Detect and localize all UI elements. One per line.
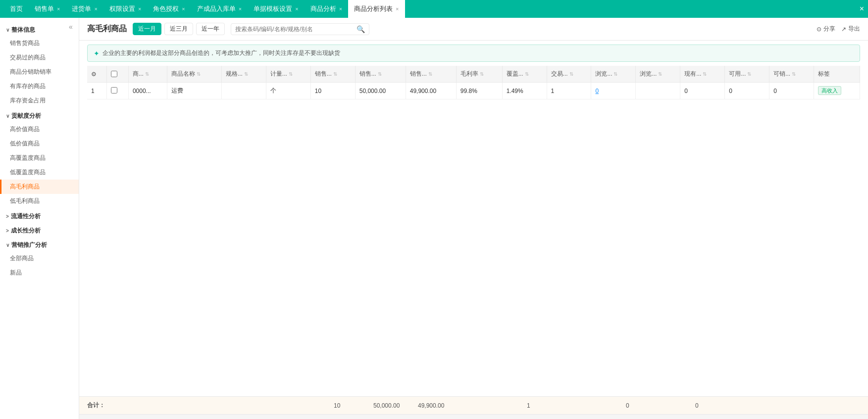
col-header-cover[interactable]: 覆盖...⇅ <box>502 66 547 83</box>
cell-available: 0 <box>725 83 769 99</box>
row-checkbox[interactable] <box>111 87 117 93</box>
sort-icon[interactable]: ⇅ <box>197 71 201 77</box>
browse-link[interactable]: 0 <box>595 88 599 94</box>
sidebar-item-高价值商品[interactable]: 高价值商品 <box>0 122 79 137</box>
sort-icon[interactable]: ⇅ <box>525 71 529 77</box>
sidebar-item-有库存的商品[interactable]: 有库存的商品 <box>0 79 79 93</box>
sidebar-item-新品[interactable]: 新品 <box>0 266 79 280</box>
nav-item-进货单[interactable]: 进货单 × <box>66 0 103 18</box>
sidebar-item-交易过的商品[interactable]: 交易过的商品 <box>0 50 79 65</box>
nav-item-首页[interactable]: 首页 <box>4 0 29 18</box>
sort-icon[interactable]: ⇅ <box>145 71 149 77</box>
cell-gross_rate: 99.8% <box>456 83 502 99</box>
header-actions: ⊙ 分享 ↗ 导出 <box>817 25 860 33</box>
nav-item-商品分析[interactable]: 商品分析 × <box>305 0 348 18</box>
nav-item-角色授权[interactable]: 角色授权 × <box>147 0 191 18</box>
sort-icon[interactable]: ⇅ <box>569 71 573 77</box>
nav-close-icon[interactable]: × <box>339 6 342 12</box>
col-header-code[interactable]: 商...⇅ <box>128 66 167 83</box>
filter-btn-近一月[interactable]: 近一月 <box>133 23 161 35</box>
sidebar-item-低覆盖度商品[interactable]: 低覆盖度商品 <box>0 165 79 180</box>
sort-icon[interactable]: ⇅ <box>703 71 707 77</box>
filter-btn-近三月[interactable]: 近三月 <box>164 23 193 35</box>
cell-index: 1 <box>87 83 107 99</box>
nav-close-icon[interactable]: × <box>138 6 141 12</box>
sort-icon[interactable]: ⇅ <box>333 71 337 77</box>
col-header-available[interactable]: 可用...⇅ <box>725 66 769 83</box>
nav-item-商品分析列表[interactable]: 商品分析列表 × <box>348 0 405 18</box>
nav-close-icon[interactable]: × <box>295 6 298 12</box>
col-header-sales_cost[interactable]: 销售...⇅ <box>406 66 456 83</box>
window-close-button[interactable]: × <box>860 4 864 13</box>
sort-icon[interactable]: ⇅ <box>480 71 484 77</box>
nav-close-icon[interactable]: × <box>182 6 185 12</box>
sidebar-group-营销推广分析[interactable]: ∨营销推广分析 <box>0 237 79 251</box>
settings-icon[interactable]: ⚙ <box>91 71 97 78</box>
sidebar-group-贡献度分析[interactable]: ∨贡献度分析 <box>0 108 79 122</box>
bottom-scrollbar[interactable] <box>79 414 868 419</box>
table-footer: 合计： 1050,000.0049,900.00100 <box>79 396 868 414</box>
sidebar-group-arrow: ∨ <box>6 113 9 119</box>
col-header-spec[interactable]: 规格...⇅ <box>221 66 266 83</box>
col-label: 毛利率 <box>460 70 478 78</box>
sort-icon[interactable]: ⇅ <box>378 71 382 77</box>
col-label: 浏览... <box>595 70 612 78</box>
share-button[interactable]: ⊙ 分享 <box>817 25 835 33</box>
search-box[interactable]: 🔍 <box>231 23 369 35</box>
col-header-browse2[interactable]: 浏览...⇅ <box>636 66 680 83</box>
col-header-gross_rate[interactable]: 毛利率⇅ <box>456 66 502 83</box>
col-label: 销售... <box>315 70 332 78</box>
col-header-checkbox <box>107 66 129 83</box>
search-icon[interactable]: 🔍 <box>357 25 365 33</box>
footer-cell-sales_amount: 50,000.00 <box>369 402 414 409</box>
export-button[interactable]: ↗ 导出 <box>841 25 860 33</box>
footer-cell-browse1 <box>553 402 587 409</box>
col-header-saleable[interactable]: 可销...⇅ <box>769 66 814 83</box>
col-header-unit[interactable]: 计量...⇅ <box>266 66 310 83</box>
sidebar-group-label: 营销推广分析 <box>11 241 47 249</box>
nav-close-icon[interactable]: × <box>57 6 60 12</box>
nav-close-icon[interactable]: × <box>239 6 242 12</box>
col-header-sales_amount[interactable]: 销售...⇅ <box>355 66 406 83</box>
sort-icon[interactable]: ⇅ <box>747 71 751 77</box>
footer-cell-saleable: 0 <box>691 402 726 409</box>
search-input[interactable] <box>235 26 357 33</box>
filter-btn-近一年[interactable]: 近一年 <box>196 23 225 35</box>
footer-cell-unit <box>300 402 330 409</box>
sort-icon[interactable]: ⇅ <box>428 71 432 77</box>
col-header-sales_qty[interactable]: 销售...⇅ <box>310 66 355 83</box>
sort-icon[interactable]: ⇅ <box>289 71 293 77</box>
sidebar-collapse-button[interactable]: « <box>66 22 76 32</box>
col-header-browse1[interactable]: 浏览...⇅ <box>591 66 636 83</box>
sidebar-item-高毛利商品[interactable]: 高毛利商品 <box>0 180 79 194</box>
nav-item-单据模板设置[interactable]: 单据模板设置 × <box>248 0 304 18</box>
nav-close-icon[interactable]: × <box>396 6 399 12</box>
sidebar-group-流通性分析[interactable]: >流通性分析 <box>0 208 79 223</box>
content-header: 高毛利商品 近一月近三月近一年 🔍 ⊙ 分享 ↗ 导出 <box>79 18 868 41</box>
sort-icon[interactable]: ⇅ <box>613 71 617 77</box>
sort-icon[interactable]: ⇅ <box>792 71 796 77</box>
tag-badge: 高收入 <box>818 86 841 95</box>
sidebar-item-库存资金占用[interactable]: 库存资金占用 <box>0 93 79 108</box>
nav-item-权限设置[interactable]: 权限设置 × <box>103 0 147 18</box>
col-header-name[interactable]: 商品名称⇅ <box>167 66 221 83</box>
sidebar-item-低价值商品[interactable]: 低价值商品 <box>0 137 79 151</box>
sidebar-item-商品分销助销率[interactable]: 商品分销助销率 <box>0 65 79 79</box>
sort-icon[interactable]: ⇅ <box>244 71 248 77</box>
sidebar-item-全部商品[interactable]: 全部商品 <box>0 251 79 266</box>
col-header-trade[interactable]: 交易...⇅ <box>547 66 591 83</box>
sidebar-item-低毛利商品[interactable]: 低毛利商品 <box>0 194 79 208</box>
nav-item-销售单[interactable]: 销售单 × <box>29 0 66 18</box>
sort-icon[interactable]: ⇅ <box>658 71 662 77</box>
sidebar-item-高覆盖度商品[interactable]: 高覆盖度商品 <box>0 151 79 165</box>
sidebar-item-销售货商品[interactable]: 销售货商品 <box>0 36 79 50</box>
nav-item-产成品入库单[interactable]: 产成品入库单 × <box>191 0 248 18</box>
footer-cell-available <box>657 402 691 409</box>
col-header-index: ⚙ <box>87 66 107 83</box>
select-all-checkbox[interactable] <box>111 71 117 77</box>
col-header-current[interactable]: 现有...⇅ <box>680 66 725 83</box>
sidebar-group-label: 整体信息 <box>11 26 35 34</box>
col-label: 可销... <box>773 70 790 78</box>
sidebar-group-成长性分析[interactable]: >成长性分析 <box>0 223 79 237</box>
nav-close-icon[interactable]: × <box>94 6 97 12</box>
